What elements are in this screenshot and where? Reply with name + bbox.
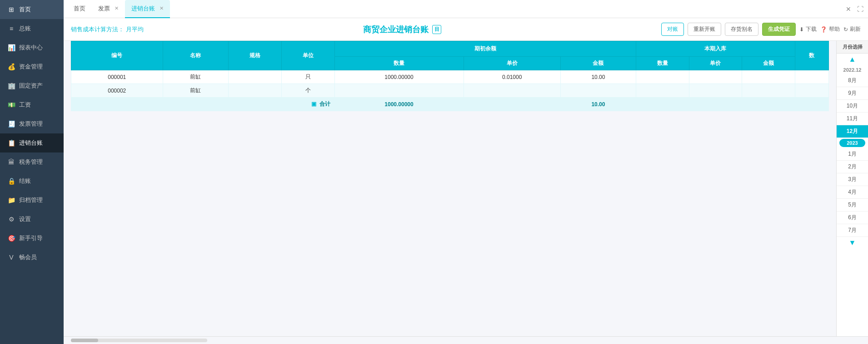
sidebar-item-label: 结账 bbox=[19, 177, 31, 185]
cell-in-price bbox=[689, 84, 742, 98]
tab-invoice-close[interactable]: ✕ bbox=[115, 5, 119, 11]
cell-spec bbox=[229, 70, 282, 84]
month-item-8[interactable]: 8月 bbox=[837, 74, 868, 87]
cell-name: 前缸 bbox=[163, 84, 229, 98]
col-header-period-in: 本期入库 bbox=[636, 41, 795, 57]
month-item-1[interactable]: 1月 bbox=[837, 148, 868, 161]
sidebar-item-label: 工资 bbox=[19, 101, 31, 109]
tab-purchase-sales[interactable]: 进销台账 ✕ bbox=[125, 0, 170, 18]
scroll-bar-area bbox=[64, 336, 868, 344]
col-header-init-price: 单价 bbox=[464, 57, 560, 70]
total-in-qty bbox=[636, 98, 689, 111]
month-item-6[interactable]: 6月 bbox=[837, 211, 868, 224]
sidebar-item-settings[interactable]: ⚙ 设置 bbox=[0, 210, 64, 229]
col-header-spec: 规格 bbox=[229, 41, 282, 70]
page-title: 商贸企业进销台账 目 bbox=[144, 24, 661, 35]
table-wrapper: 编号 名称 规格 单位 期初余额 本期入库 数 数量 单价 bbox=[71, 41, 829, 329]
toolbar: 对账 重新开账 存货别名 生成凭证 ⬇ 下载 ❓ 帮助 ↻ 刷新 bbox=[661, 23, 861, 36]
window-close-button[interactable]: ✕ bbox=[844, 5, 853, 13]
generate-voucher-button[interactable]: 生成凭证 bbox=[762, 23, 796, 36]
sidebar-item-assets[interactable]: 🏢 固定资产 bbox=[0, 76, 64, 95]
ledger-icon: ≡ bbox=[7, 25, 15, 32]
member-icon: V bbox=[7, 254, 15, 261]
month-item-2[interactable]: 2月 bbox=[837, 161, 868, 173]
month-nav-up[interactable]: ▲ bbox=[837, 54, 868, 65]
save-alias-button[interactable]: 存货别名 bbox=[725, 23, 758, 36]
month-item-3[interactable]: 3月 bbox=[837, 173, 868, 186]
cell-in-qty bbox=[636, 70, 689, 84]
year-2023-label: 2023 bbox=[839, 139, 865, 147]
sidebar-item-invoice-mgmt[interactable]: 🧾 发票管理 bbox=[0, 114, 64, 133]
cell-in-price bbox=[689, 70, 742, 84]
tab-home-label: 首页 bbox=[74, 5, 85, 13]
close-account-icon: 🔒 bbox=[7, 177, 15, 185]
reconcile-button[interactable]: 对账 bbox=[661, 23, 684, 36]
cell-unit: 只 bbox=[281, 70, 334, 84]
help-icon: ❓ bbox=[820, 26, 827, 33]
col-header-in-qty: 数量 bbox=[636, 57, 689, 70]
guide-icon: 🎯 bbox=[7, 235, 15, 242]
scroll-thumb[interactable] bbox=[71, 339, 98, 342]
sidebar-item-tax[interactable]: 🏛 税务管理 bbox=[0, 152, 64, 172]
tab-invoice[interactable]: 发票 ✕ bbox=[92, 0, 125, 18]
sidebar-item-label: 首页 bbox=[19, 5, 31, 14]
total-init-qty: 1000.00000 bbox=[334, 98, 464, 111]
tax-icon: 🏛 bbox=[7, 158, 15, 166]
sidebar-item-guide[interactable]: 🎯 新手引导 bbox=[0, 229, 64, 248]
cell-in-qty bbox=[636, 84, 689, 98]
month-item-4[interactable]: 4月 bbox=[837, 186, 868, 199]
cell-init-qty bbox=[334, 84, 464, 98]
month-item-12[interactable]: 12月 bbox=[837, 125, 868, 138]
month-item-7[interactable]: 7月 bbox=[837, 224, 868, 237]
total-extra bbox=[795, 98, 828, 111]
sidebar-item-close[interactable]: 🔒 结账 bbox=[0, 172, 64, 191]
sidebar-item-label: 总账 bbox=[19, 25, 31, 33]
sidebar-item-purchase-sales[interactable]: 📋 进销台账 bbox=[0, 133, 64, 152]
sidebar-item-funds[interactable]: 💰 资金管理 bbox=[0, 57, 64, 76]
sidebar-item-ledger[interactable]: ≡ 总账 bbox=[0, 19, 64, 38]
month-item-10[interactable]: 10月 bbox=[837, 100, 868, 113]
download-icon: ⬇ bbox=[799, 26, 804, 33]
col-header-init-amount: 金额 bbox=[560, 57, 636, 70]
archive-icon: 📁 bbox=[7, 197, 15, 204]
table-row[interactable]: 000002 前缸 个 bbox=[71, 84, 829, 98]
cell-unit: 个 bbox=[281, 84, 334, 98]
sidebar-item-reports[interactable]: 📊 报表中心 bbox=[0, 38, 64, 57]
total-in-amount bbox=[742, 98, 795, 111]
year-2022-label: 2022.12 bbox=[837, 65, 868, 74]
window-maximize-button[interactable]: ⛶ bbox=[856, 5, 864, 13]
scroll-track[interactable] bbox=[71, 339, 207, 342]
sidebar-item-member[interactable]: V 畅会员 bbox=[0, 248, 64, 267]
col-header-extra: 数 bbox=[795, 41, 828, 70]
sidebar-item-payroll[interactable]: 💵 工资 bbox=[0, 95, 64, 114]
month-item-11[interactable]: 11月 bbox=[837, 113, 868, 125]
reopen-button[interactable]: 重新开账 bbox=[688, 23, 721, 36]
main-area: 首页 发票 ✕ 进销台账 ✕ ✕ ⛶ 销售成本计算方法： 月平均 商贸企业进销台… bbox=[64, 0, 868, 344]
help-button[interactable]: ❓ 帮助 bbox=[820, 25, 840, 33]
page-title-icon: 目 bbox=[432, 25, 441, 34]
month-item-9[interactable]: 9月 bbox=[837, 87, 868, 100]
tab-home[interactable]: 首页 bbox=[67, 0, 92, 18]
funds-icon: 💰 bbox=[7, 63, 15, 70]
page-title-text: 商贸企业进销台账 bbox=[363, 24, 429, 35]
total-label: ▣ 合计 bbox=[71, 98, 335, 111]
data-table: 编号 名称 规格 单位 期初余额 本期入库 数 数量 单价 bbox=[71, 41, 829, 111]
content-toolbar: 销售成本计算方法： 月平均 商贸企业进销台账 目 对账 重新开账 存货别名 生成… bbox=[64, 18, 868, 41]
cell-init-amount: 10.00 bbox=[560, 70, 636, 84]
refresh-button[interactable]: ↻ 刷新 bbox=[843, 25, 861, 33]
month-item-5[interactable]: 5月 bbox=[837, 199, 868, 211]
download-button[interactable]: ⬇ 下载 bbox=[799, 25, 817, 33]
sidebar-item-home[interactable]: ⊞ 首页 bbox=[0, 0, 64, 19]
cell-id: 000002 bbox=[71, 84, 163, 98]
col-header-in-price: 单价 bbox=[689, 57, 742, 70]
table-area: 编号 名称 规格 单位 期初余额 本期入库 数 数量 单价 bbox=[64, 41, 836, 336]
cell-spec bbox=[229, 84, 282, 98]
sidebar-item-label: 固定资产 bbox=[19, 82, 43, 90]
sidebar-item-label: 新手引导 bbox=[19, 234, 43, 242]
month-nav-down[interactable]: ▼ bbox=[837, 237, 868, 249]
table-row[interactable]: 000001 前缸 只 1000.00000 0.01000 10.00 bbox=[71, 70, 829, 84]
cell-id: 000001 bbox=[71, 70, 163, 84]
sidebar-item-archive[interactable]: 📁 归档管理 bbox=[0, 191, 64, 210]
sidebar-item-label: 税务管理 bbox=[19, 158, 43, 166]
tab-purchase-sales-close[interactable]: ✕ bbox=[160, 5, 164, 11]
